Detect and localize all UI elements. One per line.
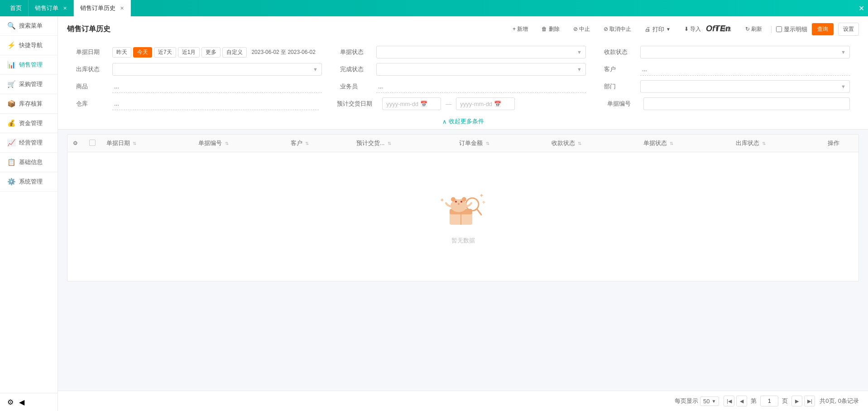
sidebar-item-quick-nav[interactable]: ⚡ 快捷导航: [0, 36, 58, 55]
date-btn-custom[interactable]: 自定义: [222, 47, 247, 58]
date-range-text: 2023-06-02 至 2023-06-02: [251, 48, 315, 56]
tab-sales-order-history-label: 销售订单历史: [80, 4, 115, 12]
date-btn-more[interactable]: 更多: [201, 47, 221, 58]
import-button[interactable]: ⬇ 导入: [680, 23, 705, 35]
sidebar-item-sales-mgmt-label: 销售管理: [19, 61, 43, 69]
customer-input[interactable]: ...: [640, 63, 850, 76]
th-doc-no[interactable]: 单据编号 ⇅: [193, 135, 285, 152]
doc-status-select[interactable]: ▼: [376, 46, 586, 58]
th-checkbox[interactable]: [84, 135, 101, 152]
sidebar-item-sales-mgmt[interactable]: 📊 销售管理: [0, 55, 58, 75]
doc-no-input[interactable]: [643, 97, 850, 110]
th-date[interactable]: 单据日期 ⇅: [101, 135, 193, 152]
delivery-date-from-text: yyyy-mm-dd: [386, 101, 418, 107]
sidebar-item-purchase-mgmt[interactable]: 🛒 采购管理: [0, 75, 58, 94]
page-input[interactable]: [760, 396, 778, 406]
sidebar-collapse-icon[interactable]: ◀: [19, 398, 24, 406]
tab-sales-order[interactable]: 销售订单 ✕: [29, 0, 74, 16]
prev-page-btn[interactable]: ◀: [736, 396, 747, 406]
sidebar-item-finance[interactable]: 💰 资金管理: [0, 114, 58, 133]
delete-button[interactable]: 🗑 删除: [537, 23, 564, 35]
payment-status-select[interactable]: ▼: [640, 46, 850, 58]
cancel-stop-button[interactable]: ⊘ 取消中止: [599, 23, 636, 35]
tab-home[interactable]: 首页: [4, 0, 29, 16]
sidebar-item-operations[interactable]: 📈 经营管理: [0, 133, 58, 153]
th-doc-status[interactable]: 单据状态 ⇅: [638, 135, 730, 152]
complete-status-select[interactable]: ▼: [376, 63, 586, 76]
goods-dots: ...: [114, 83, 119, 90]
date-btn-yesterday[interactable]: 昨天: [112, 47, 131, 58]
next-page-btn[interactable]: ▶: [791, 396, 802, 406]
delivery-date-to[interactable]: yyyy-mm-dd 📅: [456, 97, 515, 110]
doc-status-arrow-icon: ▼: [577, 49, 582, 55]
th-delivery-date[interactable]: 预计交货... ⇅: [351, 135, 454, 152]
show-detail-input[interactable]: [776, 26, 782, 32]
date-btn-today[interactable]: 今天: [133, 47, 152, 58]
refresh-button[interactable]: ↻ 刷新: [741, 23, 767, 35]
top-bar-right: OfTEn ✕: [855, 4, 864, 13]
filter-row-3: 商品 ... 业务员 ... 部门: [76, 80, 850, 93]
date-btn-7days[interactable]: 近7天: [154, 47, 176, 58]
sidebar-item-basic-info[interactable]: 📋 基础信息: [0, 153, 58, 172]
th-out-status[interactable]: 出库状态 ⇅: [730, 135, 822, 152]
tab-sales-order-history-close[interactable]: ✕: [120, 5, 124, 11]
warehouse-control: ...: [112, 97, 319, 110]
filter-row-2: 出库状态 ▼ 完成状态 ▼ 客户: [76, 63, 850, 76]
per-page-box[interactable]: 50 ▼: [700, 396, 719, 406]
sidebar-item-search-menu[interactable]: 🔍 搜索菜单: [0, 16, 58, 36]
sidebar-settings-icon[interactable]: ⚙: [7, 398, 14, 406]
salesperson-input[interactable]: ...: [376, 80, 586, 93]
table-area: ⚙ 单据日期 ⇅ 单据编号 ⇅ 客户: [58, 130, 868, 391]
tab-sales-order-close[interactable]: ✕: [63, 5, 67, 11]
th-payment-status[interactable]: 收款状态 ⇅: [546, 135, 638, 152]
operations-icon: 📈: [7, 139, 15, 147]
date-btn-1month[interactable]: 近1月: [178, 47, 200, 58]
total-text: 共0页, 0条记录: [820, 397, 859, 405]
warehouse-input[interactable]: ...: [112, 97, 319, 110]
window-close-btn[interactable]: ✕: [858, 4, 864, 13]
last-page-btn[interactable]: ▶|: [804, 396, 815, 406]
collapse-label: 收起更多条件: [449, 117, 484, 126]
query-button[interactable]: 查询: [812, 23, 834, 35]
stop-button[interactable]: ⊘ 中止: [569, 23, 595, 35]
select-all-checkbox[interactable]: [89, 140, 96, 146]
svg-point-12: [462, 197, 466, 202]
settings-button[interactable]: 设置: [838, 23, 859, 36]
export-button[interactable]: ⬆ 导出: [710, 23, 736, 35]
svg-point-10: [458, 203, 460, 205]
svg-text:✦: ✦: [440, 197, 445, 203]
th-settings[interactable]: ⚙: [67, 135, 84, 152]
th-customer[interactable]: 客户 ⇅: [285, 135, 351, 152]
sort-arrows-payment: ⇅: [578, 141, 581, 146]
empty-illustration: ✦ ✦ ✦: [436, 189, 490, 229]
tab-sales-order-history[interactable]: 销售订单历史 ✕: [74, 0, 131, 16]
new-button[interactable]: + 新增: [508, 23, 532, 35]
delivery-date-from[interactable]: yyyy-mm-dd 📅: [382, 97, 441, 110]
date-separator: —: [443, 101, 454, 107]
th-action: 操作: [822, 135, 858, 152]
out-status-arrow-icon: ▼: [313, 67, 318, 72]
payment-status-arrow-icon: ▼: [841, 49, 846, 55]
page-footer: 每页显示 50 ▼ |◀ ◀ 第 页 ▶ ▶| 共0页, 0条记录: [58, 391, 868, 411]
filter-row-1: 单据日期 昨天 今天 近7天 近1月 更多 自定义 2023-06-02 至 2…: [76, 46, 850, 58]
sidebar-item-inventory[interactable]: 📦 库存核算: [0, 94, 58, 114]
goods-input[interactable]: ...: [112, 80, 322, 93]
print-button[interactable]: 🖨 打印 ▼: [640, 23, 675, 36]
sidebar-item-operations-label: 经营管理: [19, 139, 43, 147]
dept-select[interactable]: ▼: [640, 80, 850, 93]
warehouse-dots: ...: [114, 100, 119, 107]
th-order-amount[interactable]: 订单金额 ⇅: [454, 135, 546, 152]
doc-status-label: 单据状态: [340, 48, 376, 56]
payment-status-control: ▼: [640, 46, 850, 58]
doc-no-control: [643, 97, 850, 110]
sidebar-item-search-menu-label: 搜索菜单: [19, 22, 43, 30]
sidebar-item-system-mgmt[interactable]: ⚙️ 系统管理: [0, 172, 58, 192]
show-detail-checkbox[interactable]: 显示明细: [776, 25, 807, 34]
per-page-select: 每页显示 50 ▼: [675, 396, 719, 406]
collapse-row[interactable]: ∧ 收起更多条件: [76, 115, 850, 129]
out-status-select[interactable]: ▼: [112, 63, 322, 76]
filter-row-4: 仓库 ... 预计交货日期 yyyy-mm-dd 📅 —: [76, 97, 850, 110]
complete-status-arrow-icon: ▼: [577, 67, 582, 72]
first-page-btn[interactable]: |◀: [724, 396, 734, 406]
sort-arrows-delivery: ⇅: [388, 141, 391, 146]
